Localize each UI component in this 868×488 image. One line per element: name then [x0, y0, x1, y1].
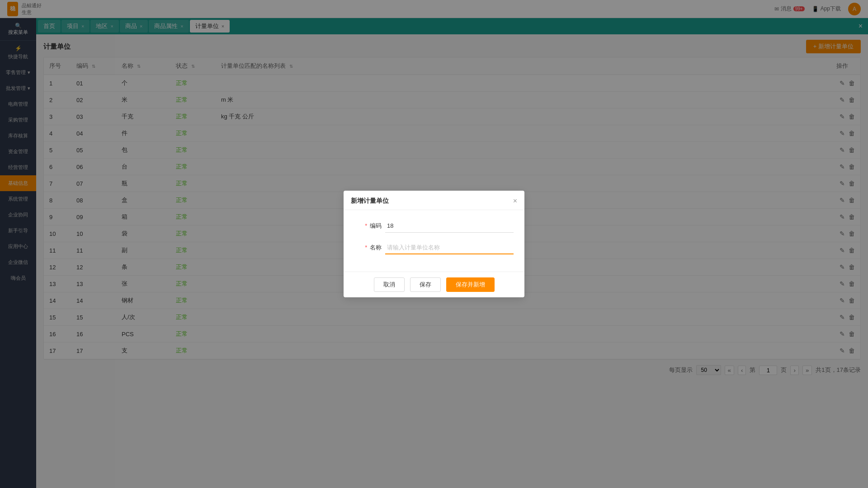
modal-close-btn[interactable]: × — [513, 197, 517, 205]
cancel-button[interactable]: 取消 — [374, 277, 405, 292]
modal-header: 新增计量单位 × — [344, 191, 524, 210]
modal-title: 新增计量单位 — [351, 197, 389, 205]
modal-footer: 取消 保存 保存并新增 — [344, 272, 524, 297]
add-unit-modal: 新增计量单位 × * 编码 * 名称 取消 保存 保存并新增 — [344, 191, 524, 297]
code-label: * 编码 — [354, 222, 382, 230]
modal-overlay[interactable]: 新增计量单位 × * 编码 * 名称 取消 保存 保存并新增 — [0, 0, 868, 488]
modal-body: * 编码 * 名称 — [344, 210, 524, 272]
form-row-code: * 编码 — [354, 219, 514, 233]
name-label: * 名称 — [354, 244, 382, 252]
form-row-name: * 名称 — [354, 241, 514, 254]
save-button[interactable]: 保存 — [410, 277, 441, 292]
name-input[interactable] — [385, 241, 514, 254]
save-and-new-button[interactable]: 保存并新增 — [446, 277, 495, 292]
code-input[interactable] — [385, 219, 514, 233]
